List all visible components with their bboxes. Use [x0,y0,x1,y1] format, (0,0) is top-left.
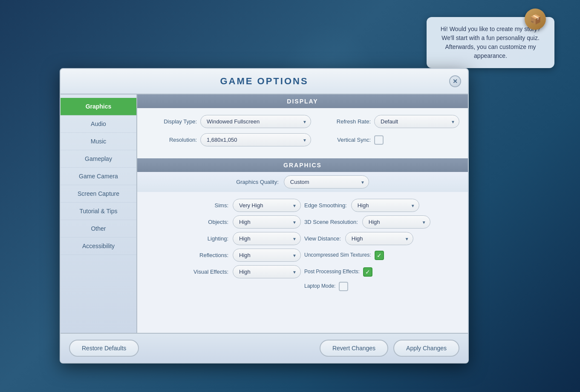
visual-effects-cell: Visual Effects: High Low Medium [148,265,301,278]
display-type-group: Display Type: Windowed Fullscreen Fullsc… [146,115,311,128]
edge-smoothing-cell: Edge Smoothing: High Off Low Medium [304,199,457,212]
display-type-select-wrapper: Windowed Fullscreen Fullscreen Windowed [200,115,311,128]
view-distance-label: View Distance: [304,235,341,242]
view-distance-select-wrapper: High Low Medium Very High [345,232,413,245]
objects-cell: Objects: High Low Medium Very High [148,215,301,229]
visual-effects-label: Visual Effects: [193,269,228,275]
objects-select[interactable]: High Low Medium Very High [233,215,301,229]
post-processing-group: Post Processing Effects: ✓ [304,267,372,277]
sidebar-item-tutorial[interactable]: Tutorial & Tips [61,203,136,220]
dialog-body: Graphics Audio Music Gameplay Game Camer… [61,94,468,333]
close-button[interactable]: ✕ [449,75,461,87]
sidebar-label-graphics: Graphics [86,103,112,110]
dialog-title: Game Options [220,76,308,86]
laptop-mode-empty-cell [148,282,301,291]
display-header-text: Display [287,98,318,105]
main-content: Display Display Type: Windowed Fullscree… [137,94,468,333]
laptop-mode-cell: Laptop Mode: [304,282,457,291]
refresh-rate-select[interactable]: Default 60 Hz 120 Hz [374,115,459,128]
graphics-quality-row: Graphics Quality: Custom Low Medium High… [137,172,468,192]
lighting-cell: Lighting: High Low Medium Very High [148,232,301,245]
sidebar-label-accessibility: Accessibility [82,243,115,249]
restore-defaults-button[interactable]: Restore Defaults [69,340,139,357]
sidebar-item-screen-capture[interactable]: Screen Capture [61,185,136,203]
sidebar-item-game-camera[interactable]: Game Camera [61,168,136,185]
sidebar-label-gameplay: Gameplay [85,155,112,162]
uncompressed-textures-checkbox[interactable]: ✓ [375,251,384,260]
resolution-group: Resolution: 1,680x1,050 1920x1080 2560x1… [146,133,311,146]
refresh-rate-group: Refresh Rate: Default 60 Hz 120 Hz [320,115,459,128]
edge-smoothing-select[interactable]: High Off Low Medium [351,199,419,212]
sidebar-label-audio: Audio [91,120,106,127]
objects-scene-row: Objects: High Low Medium Very High 3D Sc… [144,215,461,229]
sidebar-item-other[interactable]: Other [61,220,136,237]
reflections-select-wrapper: High Low Medium [233,249,301,262]
sidebar-label-screen-capture: Screen Capture [78,190,119,197]
sidebar-item-music[interactable]: Music [61,133,136,150]
dialog-footer: Restore Defaults Revert Changes Apply Ch… [61,333,468,363]
tooltip-icon-emoji: 📦 [530,12,541,26]
laptop-mode-label: Laptop Mode: [304,283,335,290]
sidebar-label-other: Other [91,225,106,232]
view-distance-cell: View Distance: High Low Medium Very High [304,232,457,245]
lighting-select[interactable]: High Low Medium Very High [233,232,301,245]
view-distance-select[interactable]: High Low Medium Very High [345,232,413,245]
display-type-label: Display Type: [146,118,197,125]
scene-resolution-cell: 3D Scene Resolution: High Low Medium [304,215,457,229]
graphics-quality-select-wrapper: Custom Low Medium High Very High Ultra [284,175,369,189]
sims-edge-row: Sims: Very High Low Medium High Ultra [144,199,461,212]
post-processing-label: Post Processing Effects: [304,269,360,275]
uncompressed-textures-cell: Uncompressed Sim Textures: ✓ [304,249,457,262]
sims-select-wrapper: Very High Low Medium High Ultra [233,199,301,212]
game-options-dialog: Game Options ✕ Graphics Audio Music Game… [60,68,469,363]
sidebar: Graphics Audio Music Gameplay Game Camer… [61,94,137,333]
graphics-settings-grid: Sims: Very High Low Medium High Ultra [137,195,468,298]
vsync-label: Vertical Sync: [320,137,371,143]
resolution-select[interactable]: 1,680x1,050 1920x1080 2560x1440 [200,133,311,146]
graphics-quality-select[interactable]: Custom Low Medium High Very High Ultra [284,175,369,189]
tooltip-icon: 📦 [525,9,546,30]
scene-resolution-select[interactable]: High Low Medium [362,215,430,229]
sidebar-item-gameplay[interactable]: Gameplay [61,150,136,168]
laptop-mode-group: Laptop Mode: [304,282,348,291]
display-type-select[interactable]: Windowed Fullscreen Fullscreen Windowed [200,115,311,128]
refresh-rate-select-wrapper: Default 60 Hz 120 Hz [374,115,459,128]
display-type-row: Display Type: Windowed Fullscreen Fullsc… [146,115,459,128]
tooltip-text: Hi! Would you like to create my story? W… [441,26,541,59]
revert-changes-button[interactable]: Revert Changes [320,340,388,357]
lighting-viewdist-row: Lighting: High Low Medium Very High View… [144,232,461,245]
apply-changes-button[interactable]: Apply Changes [393,340,459,357]
footer-right-buttons: Revert Changes Apply Changes [320,340,459,357]
uncompressed-textures-label: Uncompressed Sim Textures: [304,252,371,259]
dialog-header: Game Options ✕ [61,69,468,94]
post-processing-checkbox[interactable]: ✓ [363,267,372,277]
sims-select[interactable]: Very High Low Medium High Ultra [233,199,301,212]
sidebar-item-accessibility[interactable]: Accessibility [61,237,136,255]
lighting-label: Lighting: [208,235,228,242]
edge-smoothing-label: Edge Smoothing: [304,202,347,209]
resolution-select-wrapper: 1,680x1,050 1920x1080 2560x1440 [200,133,311,146]
graphics-header-text: Graphics [283,162,322,169]
tooltip-bubble: 📦 Hi! Would you like to create my story?… [427,17,554,68]
edge-smoothing-select-wrapper: High Off Low Medium [351,199,419,212]
scene-resolution-select-wrapper: High Low Medium [362,215,430,229]
vsync-checkbox[interactable] [374,135,384,145]
graphics-section-header: Graphics [137,158,468,172]
reflections-cell: Reflections: High Low Medium [148,249,301,262]
display-section-content: Display Type: Windowed Fullscreen Fullsc… [137,108,468,158]
vsync-group: Vertical Sync: [320,135,459,145]
reflections-label: Reflections: [199,252,228,258]
sidebar-label-tutorial: Tutorial & Tips [80,208,118,215]
sims-label: Sims: [215,202,229,209]
laptop-mode-row: Laptop Mode: [144,282,461,291]
visual-effects-select[interactable]: High Low Medium [233,265,301,278]
resolution-label: Resolution: [146,137,197,143]
sidebar-label-game-camera: Game Camera [79,173,118,180]
resolution-row: Resolution: 1,680x1,050 1920x1080 2560x1… [146,133,459,146]
laptop-mode-checkbox[interactable] [339,282,348,291]
objects-select-wrapper: High Low Medium Very High [233,215,301,229]
display-section-header: Display [137,94,468,108]
sidebar-item-audio[interactable]: Audio [61,115,136,133]
sidebar-item-graphics[interactable]: Graphics [61,98,136,115]
reflections-select[interactable]: High Low Medium [233,249,301,262]
